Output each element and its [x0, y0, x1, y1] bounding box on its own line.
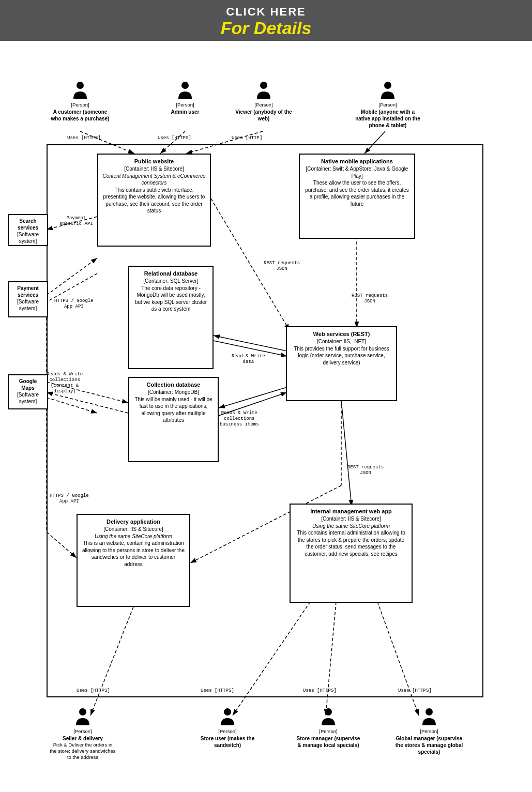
box-delivery-app: Delivery application [Container: IIS & S…	[77, 514, 190, 607]
reads-write-collections-label: Reads & Write collections (content & dis…	[47, 372, 83, 394]
box-collection-db: Collection database [Container: MongoDB]…	[128, 377, 219, 462]
uses-https-customer-label: Uses [HTTPS]	[67, 135, 101, 141]
uses-https-store-user-label: Uses [HTTPS]	[201, 688, 234, 694]
box-web-services: Web services (REST) [Container: IIS, .NE…	[286, 326, 397, 401]
svg-point-32	[79, 708, 86, 715]
uses-https-admin-label: Uses [HTTPS]	[158, 135, 191, 141]
box-relational-db: Relational database [Container: SQL Serv…	[128, 266, 214, 369]
person-admin: [Person] Admin user	[164, 81, 206, 115]
uses-https-seller-label: Uses [HTTPS]	[77, 688, 110, 694]
uses-http-viewer-label: Uses [HTTP]	[232, 135, 262, 141]
rest-requests-json-top-label: REST requests JSON	[264, 261, 300, 272]
svg-point-28	[77, 82, 84, 89]
svg-point-35	[425, 708, 433, 715]
box-public-website: Public website [Container: IIS & Sitecor…	[97, 154, 211, 247]
person-viewer: [Person] Viewer (anybody of the web)	[233, 81, 295, 121]
https-google-api-bottom-label: HTTPS / Google App API	[50, 493, 89, 505]
reads-write-biz-label: Reads & Write collections business items	[220, 410, 259, 427]
uses-https-store-mgr-label: Uses [HTTPS]	[303, 688, 337, 694]
svg-point-34	[325, 708, 332, 715]
click-here-text: CLICK HERE	[0, 5, 532, 19]
read-write-data-label: Read & Write data	[232, 354, 265, 365]
uses-https-global-mgr-label: Uses [HTTPS]	[398, 688, 432, 694]
person-customer: [Person] A customer (someone who makes a…	[49, 81, 111, 121]
svg-point-30	[260, 82, 267, 89]
person-store-user: [Person] Store user (makes the sandwitch…	[199, 708, 256, 748]
payment-api-label: Payment specific API	[59, 216, 93, 227]
box-native-mobile: Native mobile applications [Container: S…	[299, 154, 415, 239]
person-mobile: [Person] Mobile (anyone with a native ap…	[354, 81, 421, 128]
person-global-manager: [Person] Global manager (supervise the s…	[393, 708, 465, 755]
box-search-services: Search services [Software system]	[8, 214, 48, 246]
svg-point-31	[384, 82, 391, 89]
rest-requests-json-right-label: REST requests JSON	[352, 293, 388, 304]
diagram: [Person] A customer (someone who makes a…	[0, 41, 532, 785]
header: CLICK HERE For Details	[0, 0, 532, 41]
box-payment-services: Payment services [Software system]	[8, 281, 48, 317]
person-store-manager: [Person] Store manager (supervise & mana…	[295, 708, 362, 748]
svg-point-33	[224, 708, 231, 715]
for-details-text: For Details	[0, 19, 532, 38]
box-google-maps: Google Maps [Software system]	[8, 374, 48, 409]
rest-requests-json-bottom-label: REST requests JSON	[347, 465, 384, 476]
box-internal-mgmt: Internal management web app [Container: …	[290, 504, 413, 603]
svg-point-29	[181, 82, 189, 89]
person-seller: [Person] Seller & delivery Pick & Delive…	[49, 708, 116, 760]
https-google-api-top-label: HTTPS / Google App API	[54, 298, 94, 310]
